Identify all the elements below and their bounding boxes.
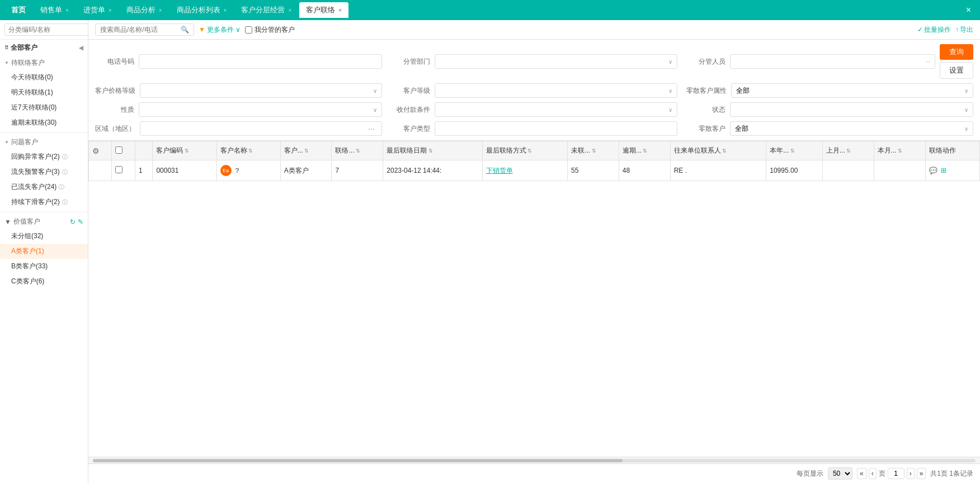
last-contact-method-link[interactable]: 下销货单 (486, 167, 513, 174)
nav-tab-goods-analysis[interactable]: 商品分析× (120, 2, 169, 18)
problem-item-2[interactable]: 已流失客户(24)ⓘ (0, 179, 88, 195)
cell-this_year: 10995.00 (766, 160, 823, 181)
pending-group[interactable]: ▼ 待联络客户 (0, 56, 88, 70)
phone-input[interactable] (139, 54, 382, 69)
area-dots[interactable]: ··· (366, 124, 377, 133)
close-tab-sales-icon[interactable]: × (65, 7, 69, 13)
problem-group[interactable]: ▼ 问题客户 (0, 135, 88, 149)
col-header-last_contact_method[interactable]: 最后联络方式 ⇅ (482, 141, 567, 160)
dept-arrow: ∨ (668, 59, 672, 65)
retail-customer-select[interactable]: 全部 ∨ (730, 121, 973, 136)
horizontal-scrollbar[interactable] (88, 457, 980, 463)
price-level-select[interactable]: ∨ (140, 83, 382, 98)
area-select[interactable]: ··· (140, 121, 382, 136)
problem-item-info-icon-3: ⓘ (62, 198, 68, 206)
value-item-1[interactable]: A类客户(1) (0, 244, 88, 259)
prev-page-btn[interactable]: ‹ (869, 468, 877, 479)
search-icon[interactable]: 🔍 (181, 26, 189, 34)
sort-icon-last_month: ⇅ (845, 148, 851, 154)
col-header-code[interactable]: 客户编码 ⇅ (153, 141, 216, 160)
close-tab-goods-analysis-list-icon[interactable]: × (224, 7, 227, 13)
filter-area: 电话号码 分管部门 ∨ 分管人员 ··· 查询 设置 (88, 40, 980, 141)
payment-select[interactable]: ∨ (435, 102, 678, 117)
search-input[interactable] (100, 26, 178, 34)
settings-button[interactable]: 设置 (940, 62, 973, 79)
filter-action-buttons: 查询 设置 (940, 44, 973, 79)
customer-level-label: 客户等级 (391, 86, 430, 96)
pending-item-2[interactable]: 近7天待联络(0) (0, 100, 88, 115)
chat-icon[interactable]: 💬 (929, 167, 937, 174)
col-header-last_month[interactable]: 上月... ⇅ (822, 141, 874, 160)
col-header-settings: ⚙ (89, 141, 112, 160)
per-page-label: 每页显示 (797, 469, 823, 479)
first-page-btn[interactable]: « (857, 468, 866, 479)
next-page-btn[interactable]: › (907, 468, 915, 479)
customer-type-select[interactable] (435, 121, 678, 136)
pending-item-label-0: 今天待联络(0) (11, 73, 53, 82)
close-tab-goods-analysis-icon[interactable]: × (159, 7, 162, 13)
problem-item-1[interactable]: 流失预警客户(3)ⓘ (0, 164, 88, 179)
col-header-last_contact_date[interactable]: 最后联络日期 ⇅ (383, 141, 482, 160)
close-tab-customer-contact-icon[interactable]: × (338, 7, 342, 13)
pending-group-label: 待联络客户 (11, 58, 45, 68)
nav-tab-customer-segment[interactable]: 客户分层经营× (234, 2, 298, 18)
value-item-label-1: A类客户(1) (11, 247, 44, 256)
nav-tab-home[interactable]: 首页 (4, 2, 32, 18)
all-customers-header[interactable]: ⠿ 全部客户 ◀ (0, 40, 88, 56)
page-input[interactable] (888, 468, 904, 479)
settings-gear-icon[interactable]: ⚙ (92, 146, 100, 155)
row-checkbox[interactable] (115, 166, 123, 173)
value-item-3[interactable]: C类客户(6) (0, 274, 88, 289)
cell-type: A类客户 (280, 160, 332, 181)
filter-dept: 分管部门 ∨ (391, 44, 678, 79)
close-tab-purchase-icon[interactable]: × (109, 7, 112, 13)
col-header-this_year[interactable]: 本年... ⇅ (766, 141, 823, 160)
per-page-select[interactable]: 50 (828, 467, 852, 480)
cell-checkbox[interactable] (112, 160, 135, 181)
sidebar-search-input[interactable] (4, 23, 88, 36)
refresh-icon[interactable]: ↻ (70, 218, 76, 226)
problem-item-0[interactable]: 回购异常客户(2)ⓘ (0, 149, 88, 164)
nav-tab-customer-contact[interactable]: 客户联络× (299, 2, 348, 18)
col-header-no_contact[interactable]: 未联... ⇅ (568, 141, 619, 160)
col-header-overdue[interactable]: 逾期... ⇅ (619, 141, 670, 160)
dept-select[interactable]: ∨ (435, 54, 678, 69)
close-tab-customer-segment-icon[interactable]: × (288, 7, 291, 13)
my-customers-checkbox[interactable] (245, 26, 252, 34)
col-header-unit_contact[interactable]: 往来单位联系人 ⇅ (670, 141, 766, 160)
filter-payment: 收付款条件 ∨ (391, 102, 678, 117)
person-select[interactable]: ··· (730, 54, 935, 69)
col-header-name[interactable]: 客户名称 ⇅ (216, 141, 280, 160)
retail-attr-arrow: ∨ (964, 88, 968, 94)
sort-icon-overdue: ⇅ (642, 148, 648, 154)
status-select[interactable]: ∨ (730, 102, 973, 117)
query-button[interactable]: 查询 (940, 44, 973, 60)
nav-tab-sales[interactable]: 销售单× (34, 2, 76, 18)
value-item-0[interactable]: 未分组(32) (0, 229, 88, 244)
batch-ops-btn[interactable]: ✓ 批量操作 (917, 25, 951, 35)
cell-action: 💬⊞ (925, 160, 979, 181)
nav-tab-purchase[interactable]: 进货单× (77, 2, 119, 18)
problem-item-3[interactable]: 持续下滑客户(2)ⓘ (0, 195, 88, 210)
scrollbar-thumb (93, 459, 623, 462)
col-header-contact[interactable]: 联络... ⇅ (332, 141, 383, 160)
pending-item-3[interactable]: 逾期未联络(30) (0, 115, 88, 130)
close-all-button[interactable]: × (962, 5, 976, 15)
pending-item-0[interactable]: 今天待联络(0) (0, 70, 88, 85)
last-page-btn[interactable]: » (917, 468, 926, 479)
pending-item-1[interactable]: 明天待联络(1) (0, 85, 88, 100)
edit-icon[interactable]: ✎ (78, 218, 83, 226)
select-all-checkbox[interactable] (115, 146, 123, 154)
scrollbar-track (93, 459, 976, 462)
retail-attr-select[interactable]: 全部 ∨ (731, 83, 973, 98)
nav-tab-goods-analysis-list[interactable]: 商品分析列表× (170, 2, 234, 18)
more-conditions-btn[interactable]: ▼ 更多条件 ∨ (199, 25, 241, 35)
customer-level-select[interactable]: ∨ (435, 83, 678, 98)
status-label: 状态 (686, 105, 725, 115)
col-header-this_month[interactable]: 本月... ⇅ (874, 141, 925, 160)
grid-icon[interactable]: ⊞ (941, 167, 946, 174)
export-btn[interactable]: ↑ 导出 (955, 25, 973, 35)
nature-select[interactable]: ∨ (139, 102, 382, 117)
value-item-2[interactable]: B类客户(33) (0, 259, 88, 274)
col-header-type[interactable]: 客户... ⇅ (280, 141, 332, 160)
